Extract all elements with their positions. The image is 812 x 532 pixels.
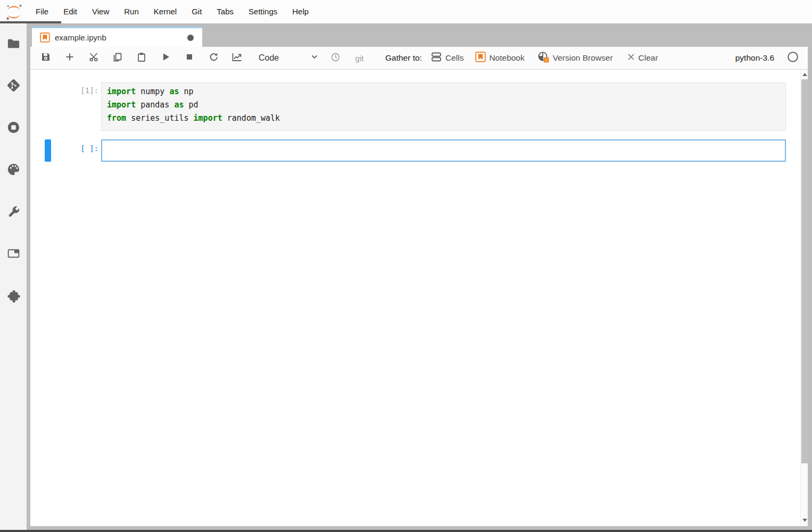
dock-panel: example.ipynb bbox=[27, 23, 812, 530]
code-line: import numpy as np bbox=[107, 87, 785, 100]
cut-cells-button[interactable] bbox=[81, 49, 105, 66]
cell-type-value: Code bbox=[259, 53, 311, 63]
folder-icon bbox=[6, 36, 21, 53]
clear-button[interactable]: Clear bbox=[627, 53, 658, 63]
jupyter-logo-icon bbox=[5, 4, 23, 21]
sidebar-item-extension-manager[interactable] bbox=[0, 276, 27, 318]
notebook-panel: [1]: import numpy as npimport pandas as … bbox=[30, 70, 808, 526]
palette-icon bbox=[6, 162, 21, 179]
git-toolbar-label[interactable]: git bbox=[347, 54, 371, 63]
stop-circle-icon bbox=[6, 120, 21, 137]
copy-cells-button[interactable] bbox=[105, 49, 129, 66]
stop-kernel-button[interactable] bbox=[177, 49, 201, 66]
cell-1-editor[interactable]: import numpy as npimport pandas as pdfro… bbox=[101, 82, 786, 131]
notebook-file-icon bbox=[40, 32, 50, 43]
menu-item-file[interactable]: File bbox=[28, 1, 56, 23]
window-bottom-edge bbox=[0, 530, 812, 532]
menu-item-view[interactable]: View bbox=[85, 1, 117, 23]
refresh-icon bbox=[208, 52, 219, 64]
save-icon bbox=[40, 52, 51, 64]
menu-bar: FileEditViewRunKernelGitTabsSettingsHelp bbox=[0, 0, 812, 23]
clock-icon bbox=[330, 52, 341, 64]
cell-2-input-prompt: [ ]: bbox=[68, 144, 98, 153]
menu-item-run[interactable]: Run bbox=[117, 1, 146, 23]
left-activity-bar bbox=[0, 23, 27, 530]
menu-item-edit[interactable]: Edit bbox=[56, 1, 85, 23]
copy-icon bbox=[112, 52, 123, 64]
sidebar-item-commands[interactable] bbox=[0, 149, 27, 192]
tab-title: example.ipynb bbox=[55, 33, 187, 42]
sidebar-item-file-browser[interactable] bbox=[0, 23, 27, 65]
sidebar-item-property-inspector[interactable] bbox=[0, 192, 27, 234]
kernel-idle-circle-icon bbox=[787, 51, 799, 65]
trend-chart-icon bbox=[231, 52, 243, 64]
git-icon bbox=[6, 78, 21, 95]
kernel-status-indicator[interactable] bbox=[781, 49, 805, 66]
code-line: import pandas as pd bbox=[107, 100, 785, 113]
version-browser-label: Version Browser bbox=[553, 53, 613, 63]
menu-item-git[interactable]: Git bbox=[184, 1, 209, 23]
menu-shadow-artifact bbox=[0, 21, 61, 23]
cell-1-input-prompt: [1]: bbox=[68, 86, 98, 95]
version-browser-button[interactable]: Version Browser bbox=[537, 51, 613, 65]
sidebar-item-running-sessions[interactable] bbox=[0, 107, 27, 149]
history-button[interactable] bbox=[324, 49, 347, 66]
scroll-up-arrow-icon[interactable] bbox=[801, 71, 808, 78]
menu-items: FileEditViewRunKernelGitTabsSettingsHelp bbox=[28, 1, 316, 23]
menu-item-settings[interactable]: Settings bbox=[241, 1, 285, 23]
gather-to-cells-button[interactable]: Cells bbox=[430, 51, 463, 65]
scissors-icon bbox=[88, 52, 99, 64]
cell-2-collapser[interactable] bbox=[45, 139, 51, 162]
cells-label: Cells bbox=[445, 53, 463, 63]
insert-cell-button[interactable] bbox=[57, 49, 81, 66]
gather-chart-button[interactable] bbox=[225, 49, 249, 66]
clipboard-icon bbox=[136, 52, 147, 64]
clear-label: Clear bbox=[639, 53, 658, 63]
notebook-icon bbox=[475, 52, 486, 64]
jupyterlab-window: FileEditViewRunKernelGitTabsSettingsHelp bbox=[0, 0, 812, 532]
vertical-scrollbar[interactable] bbox=[800, 70, 808, 526]
wrench-icon bbox=[6, 204, 21, 221]
code-line: from series_utils import random_walk bbox=[107, 113, 785, 127]
plus-icon bbox=[64, 52, 75, 64]
sidebar-item-git[interactable] bbox=[0, 65, 27, 107]
cell-type-select[interactable]: Code bbox=[251, 50, 324, 66]
gather-to-notebook-button[interactable]: Notebook bbox=[475, 52, 524, 64]
restart-kernel-button[interactable] bbox=[201, 49, 225, 66]
menu-item-tabs[interactable]: Tabs bbox=[209, 1, 241, 23]
cells-icon bbox=[430, 51, 442, 65]
cell-2-editor[interactable] bbox=[101, 139, 786, 162]
window-icon bbox=[6, 246, 21, 263]
version-browser-icon bbox=[537, 51, 550, 65]
gather-to-label: Gather to: bbox=[385, 53, 422, 63]
close-icon bbox=[627, 53, 635, 63]
paste-cells-button[interactable] bbox=[129, 49, 153, 66]
kernel-name-button[interactable]: python-3.6 bbox=[735, 53, 774, 63]
chevron-down-icon bbox=[311, 53, 318, 63]
menu-item-help[interactable]: Help bbox=[285, 1, 316, 23]
puzzle-icon bbox=[6, 288, 21, 305]
run-cell-button[interactable] bbox=[153, 49, 177, 66]
sidebar-item-open-tabs[interactable] bbox=[0, 234, 27, 276]
tab-example-ipynb[interactable]: example.ipynb bbox=[32, 27, 202, 47]
scrollbar-thumb[interactable] bbox=[801, 79, 808, 463]
notebook-toolbar: Code git Gather to: bbox=[30, 47, 808, 70]
menu-item-kernel[interactable]: Kernel bbox=[146, 1, 184, 23]
stop-icon bbox=[184, 52, 195, 64]
save-button[interactable] bbox=[34, 49, 57, 66]
play-icon bbox=[160, 52, 171, 64]
scroll-down-arrow-icon[interactable] bbox=[801, 517, 808, 524]
notebook-label: Notebook bbox=[489, 53, 524, 63]
unsaved-changes-indicator[interactable] bbox=[187, 35, 194, 41]
